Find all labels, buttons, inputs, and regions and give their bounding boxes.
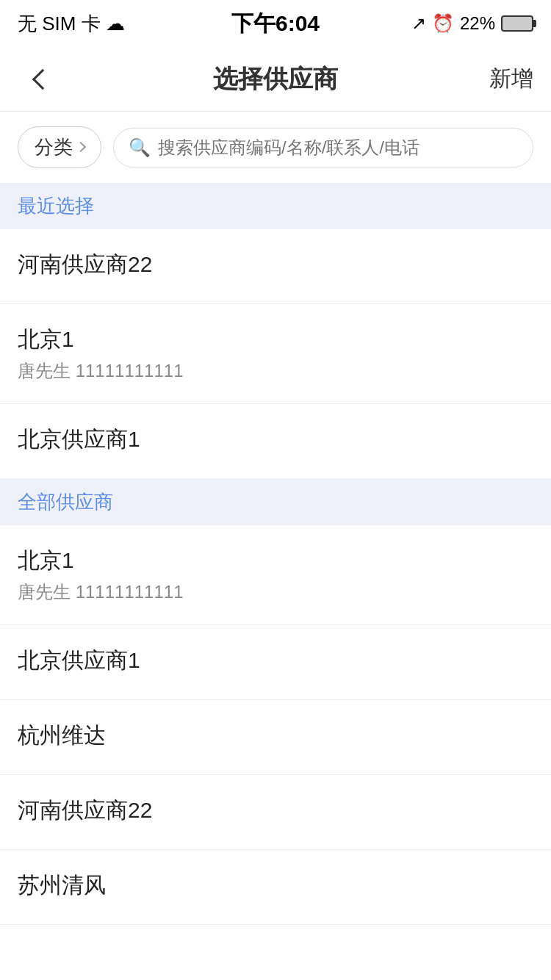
search-input[interactable] <box>158 137 518 158</box>
status-bar: 无 SIM 卡 ☁ 下午6:04 ↗ ⏰ 22% <box>0 0 551 47</box>
list-item[interactable]: 北京供应商1 <box>0 625 551 700</box>
list-item[interactable]: 北京1 唐先生 11111111111 <box>0 525 551 625</box>
chevron-right-icon <box>76 141 86 151</box>
item-sub: 唐先生 11111111111 <box>18 359 533 383</box>
no-sim-label: 无 SIM 卡 ☁ <box>18 11 125 37</box>
battery-label: 22% <box>460 13 495 34</box>
page-title: 选择供应商 <box>213 62 338 96</box>
list-item[interactable]: 苏州清风 <box>0 850 551 925</box>
status-right: ↗ ⏰ 22% <box>411 13 533 34</box>
item-name: 河南供应商22 <box>18 796 533 826</box>
status-left: 无 SIM 卡 ☁ <box>18 11 125 37</box>
list-item[interactable]: 河南供应商22 <box>0 229 551 304</box>
all-section-label: 全部供应商 <box>18 491 113 513</box>
search-box: 🔍 <box>113 128 533 167</box>
battery-icon <box>501 15 533 32</box>
recent-section-header: 最近选择 <box>0 183 551 229</box>
search-icon: 🔍 <box>129 137 151 158</box>
item-name: 北京1 <box>18 325 533 355</box>
recent-section-label: 最近选择 <box>18 195 94 217</box>
location-icon: ↗ <box>411 13 426 34</box>
category-button[interactable]: 分类 <box>18 126 101 168</box>
all-items-list: 北京1 唐先生 11111111111 北京供应商1 杭州维达 河南供应商22 … <box>0 525 551 925</box>
item-name: 北京1 <box>18 546 533 576</box>
item-sub: 唐先生 11111111111 <box>18 580 533 604</box>
alarm-icon: ⏰ <box>432 13 454 34</box>
category-label: 分类 <box>35 134 73 160</box>
item-name: 杭州维达 <box>18 721 533 751</box>
back-button[interactable] <box>18 57 62 101</box>
list-item[interactable]: 北京1 唐先生 11111111111 <box>0 304 551 404</box>
add-button[interactable]: 新增 <box>489 64 533 94</box>
all-section-header: 全部供应商 <box>0 479 551 525</box>
item-name: 苏州清风 <box>18 871 533 901</box>
item-name: 河南供应商22 <box>18 250 533 280</box>
list-item[interactable]: 北京供应商1 <box>0 404 551 479</box>
list-item[interactable]: 河南供应商22 <box>0 775 551 850</box>
item-name: 北京供应商1 <box>18 425 533 455</box>
filter-bar: 分类 🔍 <box>0 112 551 183</box>
recent-items-list: 河南供应商22 北京1 唐先生 11111111111 北京供应商1 <box>0 229 551 479</box>
item-name: 北京供应商1 <box>18 646 533 676</box>
back-arrow-icon <box>32 68 53 89</box>
nav-bar: 选择供应商 新增 <box>0 47 551 112</box>
status-time: 下午6:04 <box>231 9 320 39</box>
list-item[interactable]: 杭州维达 <box>0 700 551 775</box>
